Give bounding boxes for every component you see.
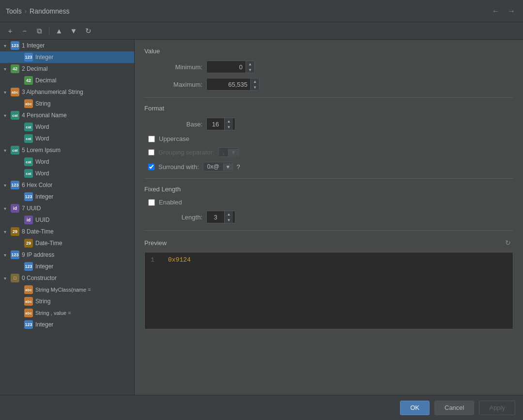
length-input[interactable] bbox=[207, 211, 224, 223]
tree-item-5-1[interactable]: cat Word bbox=[0, 156, 134, 168]
tree-label-8: 8 Date-Time bbox=[22, 228, 54, 235]
badge-0: □ bbox=[11, 274, 19, 282]
move-down-button[interactable]: ▼ bbox=[67, 25, 80, 37]
badge-0-4: 123 bbox=[24, 320, 33, 329]
tree-item-6[interactable]: ▾ 123 6 Hex Color bbox=[0, 179, 134, 191]
base-input[interactable] bbox=[207, 118, 224, 130]
minimum-spin-down[interactable]: ▼ bbox=[246, 67, 254, 73]
maximum-row: Maximum: ▲ ▼ bbox=[144, 78, 513, 91]
base-spin-up[interactable]: ▲ bbox=[224, 118, 233, 124]
expand-arrow-4: ▾ bbox=[4, 113, 11, 118]
tree-item-8-1[interactable]: 29 Date-Time bbox=[0, 237, 134, 249]
minimum-spin-buttons: ▲ ▼ bbox=[246, 61, 254, 73]
tree-item-9-1[interactable]: 123 Integer bbox=[0, 261, 134, 272]
enabled-checkbox[interactable] bbox=[148, 199, 155, 206]
tree-item-0-2[interactable]: abc String bbox=[0, 296, 134, 307]
expand-arrow-5: ▾ bbox=[4, 148, 11, 153]
tree-item-2-1[interactable]: 42 Decimal bbox=[0, 75, 134, 86]
tree-item-3[interactable]: ▾ abc 3 Alphanumerical String bbox=[0, 86, 134, 98]
badge-6-1: 123 bbox=[24, 192, 33, 201]
surround-checkbox[interactable] bbox=[148, 164, 154, 170]
remove-button[interactable]: − bbox=[18, 25, 31, 37]
grouping-checkbox[interactable] bbox=[148, 149, 154, 156]
surround-row: Surround with: 0x@ ▼ ? bbox=[144, 162, 513, 171]
surround-label[interactable]: Surround with: bbox=[158, 163, 199, 171]
minimum-spin-up[interactable]: ▲ bbox=[246, 61, 254, 67]
length-spin-down[interactable]: ▼ bbox=[224, 217, 233, 223]
length-spinbox[interactable]: ▲ ▼ bbox=[206, 211, 235, 223]
preview-header: Preview ↻ bbox=[144, 237, 513, 248]
minimum-label: Minimum: bbox=[144, 63, 202, 71]
minimum-spinbox[interactable]: ▲ ▼ bbox=[206, 61, 255, 73]
badge-0-1: abc bbox=[24, 285, 33, 294]
cancel-button[interactable]: Cancel bbox=[434, 401, 474, 415]
copy-button[interactable]: ⧉ bbox=[33, 25, 46, 37]
maximum-spin-down[interactable]: ▼ bbox=[250, 84, 259, 90]
expand-arrow-3: ▾ bbox=[4, 90, 11, 95]
help-button[interactable]: ? bbox=[237, 163, 240, 171]
ok-button[interactable]: OK bbox=[400, 401, 430, 415]
back-button[interactable]: ← bbox=[490, 5, 502, 17]
maximum-input[interactable] bbox=[207, 78, 250, 90]
tree-item-0-3[interactable]: abc String , value = bbox=[0, 307, 134, 319]
expand-arrow-0: ▾ bbox=[4, 276, 11, 281]
tree-label-0: 0 Constructor bbox=[22, 275, 57, 281]
badge-2-1: 42 bbox=[24, 76, 33, 85]
tree-item-7[interactable]: ▾ id 7 UUID bbox=[0, 202, 134, 214]
length-spin-up[interactable]: ▲ bbox=[224, 211, 233, 217]
badge-4: cat bbox=[11, 111, 19, 120]
badge-1: 123 bbox=[11, 41, 19, 50]
base-spin-buttons: ▲ ▼ bbox=[224, 118, 233, 130]
tree-item-1-1[interactable]: 123 Integer bbox=[0, 51, 134, 63]
tree-item-7-1[interactable]: id UUID bbox=[0, 214, 134, 226]
surround-select[interactable]: 0x@ ▼ bbox=[203, 162, 233, 171]
minimum-input[interactable] bbox=[207, 61, 246, 73]
title-bar: Tools › Randomness ← → bbox=[0, 0, 523, 22]
preview-line-val: 0x9124 bbox=[168, 256, 191, 264]
refresh-button[interactable]: ↻ bbox=[503, 237, 513, 248]
tree-label-2-1: Decimal bbox=[35, 77, 56, 84]
tree-item-2[interactable]: ▾ 42 2 Decimal bbox=[0, 63, 134, 75]
tree-item-0-1[interactable]: abc String MyClass(name = bbox=[0, 284, 134, 296]
tree-item-0[interactable]: ▾ □ 0 Constructor bbox=[0, 272, 134, 284]
move-up-button[interactable]: ▲ bbox=[53, 25, 65, 37]
base-spin-down[interactable]: ▼ bbox=[224, 124, 233, 130]
tree-item-5[interactable]: ▾ cat 5 Lorem Ipsum bbox=[0, 144, 134, 156]
tree-item-6-1[interactable]: 123 Integer bbox=[0, 191, 134, 202]
grouping-select[interactable]: , ▼ bbox=[218, 147, 239, 157]
toolbar: + − ⧉ ▲ ▼ ↻ bbox=[0, 22, 523, 40]
enabled-label[interactable]: Enabled bbox=[159, 199, 182, 206]
maximum-spin-up[interactable]: ▲ bbox=[250, 78, 259, 84]
tree-item-9[interactable]: ▾ 123 9 IP address bbox=[0, 249, 134, 261]
tree-item-5-2[interactable]: cat Word bbox=[0, 168, 134, 179]
tree-label-1-1: Integer bbox=[35, 54, 53, 61]
base-spinbox[interactable]: ▲ ▼ bbox=[206, 118, 235, 130]
tree-item-8[interactable]: ▾ 29 8 Date-Time bbox=[0, 226, 134, 237]
badge-8: 29 bbox=[11, 227, 19, 236]
value-section-title: Value bbox=[144, 47, 513, 55]
add-button[interactable]: + bbox=[4, 25, 16, 37]
tree-item-4[interactable]: ▾ cat 4 Personal Name bbox=[0, 109, 134, 121]
tree-label-6-1: Integer bbox=[35, 193, 53, 200]
expand-arrow-6: ▾ bbox=[4, 183, 11, 188]
maximum-spinbox[interactable]: ▲ ▼ bbox=[206, 78, 260, 91]
tree-item-1[interactable]: ▾ 123 1 Integer bbox=[0, 40, 134, 51]
tree-item-4-2[interactable]: cat Word bbox=[0, 133, 134, 144]
tree-item-4-1[interactable]: cat Word bbox=[0, 121, 134, 133]
grouping-dropdown-arrow[interactable]: ▼ bbox=[228, 149, 238, 156]
surround-dropdown-arrow[interactable]: ▼ bbox=[223, 163, 232, 171]
grouping-label[interactable]: Grouping separator: bbox=[158, 149, 215, 156]
base-row: Base: ▲ ▼ bbox=[144, 118, 513, 130]
tree-label-2: 2 Decimal bbox=[22, 65, 47, 72]
reset-button[interactable]: ↻ bbox=[82, 25, 94, 37]
forward-button[interactable]: → bbox=[506, 5, 517, 17]
tree-item-3-1[interactable]: abc String bbox=[0, 98, 134, 109]
expand-arrow-8: ▾ bbox=[4, 229, 11, 234]
badge-0-2: abc bbox=[24, 297, 33, 306]
expand-arrow-1: ▾ bbox=[4, 43, 11, 48]
badge-3-1: abc bbox=[24, 99, 33, 108]
uppercase-checkbox[interactable] bbox=[148, 136, 155, 142]
tree-item-0-4[interactable]: 123 Integer bbox=[0, 319, 134, 330]
uppercase-label[interactable]: Uppercase bbox=[159, 135, 189, 142]
apply-button[interactable]: Apply bbox=[479, 401, 515, 415]
